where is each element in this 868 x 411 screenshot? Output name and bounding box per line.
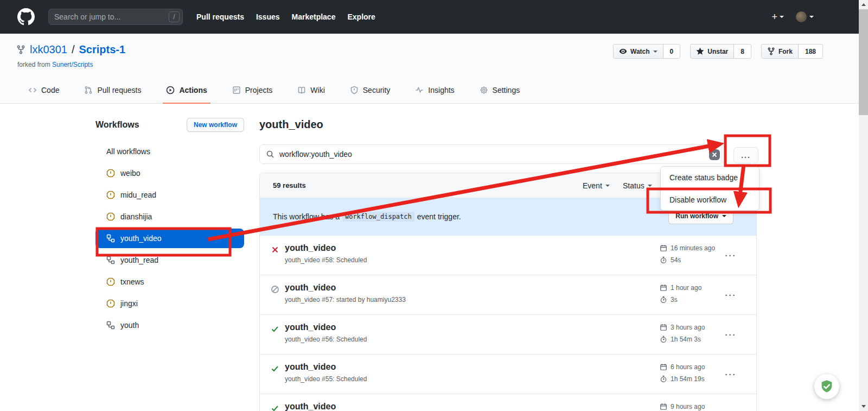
- top-header: / Pull requests Issues Marketplace Explo…: [0, 0, 868, 34]
- sidebar-item-youth-read[interactable]: youth_read: [95, 249, 244, 271]
- tab-security[interactable]: Security: [347, 77, 394, 104]
- fork-label: Fork: [778, 48, 793, 55]
- user-menu[interactable]: [796, 11, 814, 22]
- nav-marketplace[interactable]: Marketplace: [292, 12, 336, 21]
- run-time: 9 hours ago: [671, 403, 705, 410]
- workflow-icon: [106, 256, 115, 264]
- run-meta: 16 minutes ago 54s: [660, 244, 730, 268]
- sidebar-item-youth[interactable]: youth: [95, 314, 244, 336]
- clear-filter-button[interactable]: [709, 149, 720, 160]
- workflow-options-kebab-button[interactable]: ...: [733, 147, 758, 163]
- notice-text: event trigger.: [417, 212, 461, 221]
- repo-name-link[interactable]: Scripts-1: [79, 43, 126, 56]
- sidebar-item-youth-video[interactable]: youth_video: [95, 229, 244, 248]
- workflow-label: youth_video: [120, 234, 162, 243]
- run-workflow-label: Run workflow: [675, 212, 718, 220]
- run-options-kebab-button[interactable]: ···: [723, 368, 739, 381]
- menu-item-disable-workflow[interactable]: Disable workflow: [661, 188, 759, 210]
- github-logo-icon[interactable]: [17, 8, 35, 26]
- forked-from-link[interactable]: Sunert/Scripts: [52, 61, 93, 68]
- repo-owner-link[interactable]: lxk0301: [30, 43, 67, 56]
- watch-label: Watch: [630, 48, 650, 55]
- nav-issues[interactable]: Issues: [256, 12, 280, 21]
- run-title-link[interactable]: youth_video: [285, 362, 336, 372]
- page-title: youth_video: [259, 117, 757, 132]
- nav-pull-requests[interactable]: Pull requests: [196, 12, 244, 21]
- watch-count[interactable]: 0: [663, 45, 680, 58]
- tab-label: Code: [41, 86, 59, 94]
- run-row: youth_video 9 hours ago ···: [260, 394, 756, 411]
- new-workflow-button[interactable]: New workflow: [187, 118, 244, 132]
- tab-projects[interactable]: Projects: [229, 77, 276, 104]
- watch-button-group: Watch 0: [613, 44, 680, 59]
- sidebar-item-all-workflows[interactable]: All workflows: [95, 141, 244, 162]
- scrollbar-down-arrow[interactable]: [859, 402, 868, 411]
- workflow-list: All workflows weibo midu_read dianshijia…: [95, 141, 244, 336]
- run-title-link[interactable]: youth_video: [285, 323, 336, 332]
- menu-caret: [748, 162, 756, 167]
- run-row: youth_video youth_video #57: started by …: [260, 275, 756, 314]
- workflow-label: jingxi: [120, 299, 138, 308]
- scrollbar-up-arrow[interactable]: [859, 0, 868, 9]
- page-scrollbar[interactable]: [859, 0, 868, 411]
- warning-icon: [106, 277, 115, 286]
- menu-item-create-status-badge[interactable]: Create status badge: [661, 167, 759, 188]
- green-shield-check-icon: [819, 379, 834, 394]
- notice-code: workflow_dispatch: [342, 212, 414, 222]
- workflow-label: txnews: [120, 277, 144, 286]
- event-filter-dropdown[interactable]: Event: [583, 181, 610, 190]
- run-time: 1 hour ago: [671, 284, 701, 292]
- notice-text: This workflow has a: [273, 212, 340, 221]
- chevron-down-icon: [809, 16, 814, 18]
- run-title-link[interactable]: youth_video: [285, 402, 336, 411]
- runs-filter-input[interactable]: [259, 144, 722, 164]
- header-nav: Pull requests Issues Marketplace Explore: [196, 12, 375, 21]
- sidebar-item-midu-read[interactable]: midu_read: [95, 184, 244, 206]
- star-icon: [696, 47, 704, 55]
- header-search-input[interactable]: [48, 9, 183, 25]
- workflow-label: midu_read: [120, 191, 156, 199]
- run-meta: 3 hours ago 1h 54m 3s: [660, 323, 730, 347]
- close-icon: [712, 152, 717, 157]
- star-count[interactable]: 8: [734, 45, 751, 58]
- run-duration: 3s: [671, 296, 678, 303]
- sidebar-item-txnews[interactable]: txnews: [95, 271, 244, 293]
- header-search: /: [48, 9, 183, 25]
- adguard-shield-button[interactable]: [814, 374, 839, 399]
- unstar-button[interactable]: Unstar: [691, 45, 734, 58]
- workflow-label: weibo: [120, 169, 141, 178]
- run-row: youth_video youth_video #55: Scheduled 6…: [260, 354, 756, 394]
- run-title-link[interactable]: youth_video: [285, 283, 336, 293]
- run-meta: 9 hours ago: [660, 402, 730, 411]
- tab-wiki[interactable]: Wiki: [294, 77, 328, 104]
- fork-button[interactable]: Fork: [762, 45, 799, 58]
- create-new-dropdown[interactable]: +: [771, 11, 784, 23]
- run-time: 3 hours ago: [671, 324, 705, 331]
- nav-explore[interactable]: Explore: [347, 12, 375, 21]
- chevron-down-icon: [722, 215, 726, 217]
- run-title-link[interactable]: youth_video: [285, 243, 336, 253]
- tab-pull-requests[interactable]: Pull requests: [81, 77, 144, 104]
- repo-separator: /: [72, 43, 75, 56]
- fork-count[interactable]: 188: [799, 45, 822, 58]
- run-duration: 1h 54m 3s: [671, 336, 701, 343]
- status-filter-dropdown[interactable]: Status: [623, 181, 652, 190]
- tab-settings[interactable]: Settings: [476, 77, 524, 104]
- sidebar-item-jingxi[interactable]: jingxi: [95, 293, 244, 314]
- calendar-icon: [660, 244, 667, 252]
- check-success-icon: [271, 325, 279, 333]
- run-options-kebab-button[interactable]: ···: [723, 407, 739, 411]
- watch-button[interactable]: Watch: [614, 45, 663, 58]
- tab-code[interactable]: Code: [25, 77, 62, 104]
- tab-actions[interactable]: Actions: [163, 77, 210, 104]
- run-duration: 54s: [671, 256, 681, 264]
- run-options-kebab-button[interactable]: ···: [723, 328, 739, 341]
- run-options-kebab-button[interactable]: ···: [723, 249, 739, 262]
- code-icon: [28, 86, 37, 94]
- run-options-kebab-button[interactable]: ···: [723, 288, 739, 301]
- scrollbar-thumb[interactable]: [859, 9, 868, 115]
- sidebar-item-dianshijia[interactable]: dianshijia: [95, 206, 244, 227]
- warning-icon: [106, 191, 115, 199]
- tab-insights[interactable]: Insights: [412, 77, 457, 104]
- sidebar-item-weibo[interactable]: weibo: [95, 162, 244, 184]
